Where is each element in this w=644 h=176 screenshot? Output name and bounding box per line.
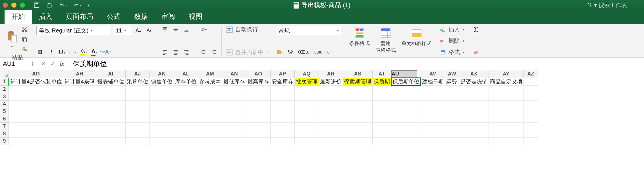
cell[interactable] xyxy=(125,108,149,115)
clear-button[interactable] xyxy=(472,48,480,56)
tab-formulas[interactable]: 公式 xyxy=(100,9,127,24)
cell[interactable] xyxy=(445,100,459,108)
column-header[interactable]: AT xyxy=(372,70,391,78)
comma-button[interactable]: 000 xyxy=(298,48,306,56)
cell[interactable] xyxy=(174,122,198,130)
cell[interactable] xyxy=(445,122,459,130)
row-header[interactable]: 6 xyxy=(0,115,9,122)
cell[interactable] xyxy=(523,122,538,130)
cell[interactable] xyxy=(96,115,125,122)
cell[interactable] xyxy=(270,115,294,122)
cell[interactable]: 库存单位 xyxy=(174,78,198,85)
column-header[interactable]: AS xyxy=(343,70,372,78)
cell[interactable] xyxy=(319,130,343,137)
cell[interactable] xyxy=(459,137,489,145)
cell[interactable] xyxy=(125,93,149,100)
cell[interactable] xyxy=(523,78,538,85)
cell[interactable]: 运费 xyxy=(445,78,459,85)
cell[interactable] xyxy=(372,85,391,93)
column-header[interactable]: AL xyxy=(174,70,198,78)
column-header[interactable]: AW xyxy=(445,70,459,78)
cell[interactable] xyxy=(198,85,222,93)
cell[interactable] xyxy=(96,100,125,108)
cell[interactable] xyxy=(391,108,421,115)
customize-qat-icon[interactable]: ▾ xyxy=(88,3,90,7)
cell[interactable] xyxy=(149,137,174,145)
tab-view[interactable]: 视图 xyxy=(182,9,209,24)
row-header[interactable]: 1 xyxy=(0,78,9,85)
cell[interactable] xyxy=(149,85,174,93)
cell[interactable] xyxy=(222,108,246,115)
cell[interactable]: 最新进价 xyxy=(319,78,343,85)
cell[interactable] xyxy=(343,115,372,122)
cell[interactable] xyxy=(270,130,294,137)
cell[interactable] xyxy=(445,93,459,100)
number-format-selector[interactable]: 常规▾ xyxy=(276,26,341,35)
cell[interactable] xyxy=(294,122,319,130)
cell[interactable] xyxy=(445,130,459,137)
cell[interactable] xyxy=(174,85,198,93)
cell[interactable]: 参考成本 xyxy=(198,78,222,85)
cell[interactable] xyxy=(125,100,149,108)
cell[interactable] xyxy=(372,137,391,145)
cell[interactable] xyxy=(198,115,222,122)
cell[interactable] xyxy=(63,108,96,115)
merge-center-toggle[interactable]: 合并后居中 ▾ xyxy=(226,48,268,56)
cell[interactable] xyxy=(391,122,421,130)
name-box-stepper[interactable]: ▲▼ xyxy=(31,62,34,66)
italic-button[interactable]: I xyxy=(47,48,55,56)
tab-review[interactable]: 审阅 xyxy=(155,9,182,24)
cell[interactable] xyxy=(222,122,246,130)
bold-button[interactable]: B xyxy=(36,48,44,56)
cell[interactable] xyxy=(459,130,489,137)
cell[interactable] xyxy=(149,130,174,137)
cell[interactable]: 批次管理 xyxy=(294,78,319,85)
cell[interactable] xyxy=(9,100,63,108)
cell[interactable] xyxy=(294,85,319,93)
cell[interactable] xyxy=(246,115,270,122)
cell[interactable] xyxy=(9,115,63,122)
row-header[interactable]: 2 xyxy=(0,85,9,93)
cell[interactable] xyxy=(125,130,149,137)
minimize-window-icon[interactable] xyxy=(11,3,16,8)
cell[interactable] xyxy=(319,85,343,93)
cell[interactable]: 建档日期 xyxy=(421,78,445,85)
column-header[interactable]: AY xyxy=(489,70,523,78)
cell[interactable] xyxy=(270,122,294,130)
cell[interactable] xyxy=(222,100,246,108)
cell[interactable] xyxy=(246,130,270,137)
insert-cells-button[interactable]: + 插入▾ xyxy=(439,26,464,33)
align-middle-button[interactable] xyxy=(172,26,180,34)
format-painter-button[interactable] xyxy=(20,45,28,53)
column-header[interactable]: AU xyxy=(391,70,417,78)
cell[interactable] xyxy=(96,137,125,145)
cell[interactable] xyxy=(198,108,222,115)
column-header[interactable]: AZ xyxy=(523,70,538,78)
cell[interactable] xyxy=(149,122,174,130)
cell[interactable] xyxy=(523,85,538,93)
save-icon[interactable] xyxy=(46,2,52,8)
cell[interactable] xyxy=(63,137,96,145)
cell[interactable] xyxy=(343,130,372,137)
cell[interactable] xyxy=(459,85,489,93)
cell[interactable] xyxy=(421,130,445,137)
cell[interactable] xyxy=(459,93,489,100)
cell[interactable] xyxy=(9,130,63,137)
cell[interactable] xyxy=(421,93,445,100)
cell[interactable]: 报表辅单位 xyxy=(96,78,125,85)
cell[interactable] xyxy=(523,137,538,145)
column-header[interactable]: AX xyxy=(459,70,489,78)
cell[interactable] xyxy=(421,100,445,108)
decrease-font-button[interactable]: A▾ xyxy=(145,26,153,34)
cell[interactable] xyxy=(523,115,538,122)
cell[interactable]: 安全库存 xyxy=(270,78,294,85)
orientation-button[interactable]: ab▾ xyxy=(199,26,207,34)
align-bottom-button[interactable] xyxy=(182,26,190,34)
redo-icon[interactable]: ▾ xyxy=(73,3,81,8)
maximize-window-icon[interactable] xyxy=(20,3,25,8)
cell[interactable] xyxy=(246,137,270,145)
cell[interactable] xyxy=(96,108,125,115)
row-header[interactable]: 3 xyxy=(0,93,9,100)
cell[interactable]: 保质期单位 xyxy=(391,78,421,85)
autosum-button[interactable]: Σ xyxy=(472,26,480,34)
